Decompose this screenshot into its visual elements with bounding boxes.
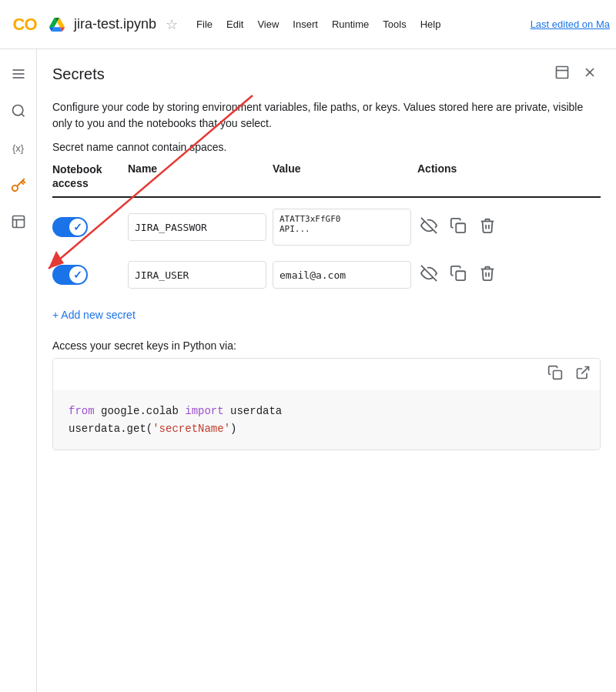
- actions-row1: [417, 214, 601, 241]
- add-secret-label: + Add new secret: [52, 309, 136, 321]
- sidebar-icon-variables[interactable]: {x}: [6, 135, 31, 160]
- svg-rect-17: [456, 223, 465, 232]
- table-row: ✓ ATATT3xFfGF0 API...: [52, 201, 601, 253]
- sidebar-icon-secrets[interactable]: [6, 172, 31, 197]
- toggle-row1[interactable]: ✓: [52, 217, 122, 237]
- open-colab-icon[interactable]: [572, 362, 594, 387]
- col-notebook-access: Notebookaccess: [52, 162, 122, 190]
- secrets-table: Notebookaccess Name Value Actions ✓ ATAT…: [37, 162, 616, 296]
- menu-bar: File Edit View Insert Runtime Tools Help: [190, 15, 447, 33]
- code-line2: userdata.get('secretName'): [69, 420, 584, 437]
- file-title: jira-test.ipynb: [74, 16, 156, 32]
- sidebar-icon-menu[interactable]: [6, 62, 31, 86]
- svg-line-4: [21, 114, 24, 117]
- table-header: Notebookaccess Name Value Actions: [52, 162, 601, 198]
- svg-line-21: [581, 367, 588, 374]
- panel-title: Secrets: [52, 65, 105, 83]
- menu-tools[interactable]: Tools: [377, 15, 412, 33]
- add-secret-button[interactable]: + Add new secret: [37, 303, 616, 327]
- code-get-call: userdata.get(: [69, 423, 152, 435]
- python-access-title: Access your secret keys in Python via:: [37, 327, 616, 358]
- copy-secret-icon-row1[interactable]: [447, 214, 470, 241]
- code-block-header: [53, 359, 600, 390]
- copy-secret-icon-row2[interactable]: [447, 262, 470, 289]
- actions-row2: [417, 262, 601, 289]
- code-close-paren: ): [230, 423, 236, 435]
- value-input-row1[interactable]: ATATT3xFfGF0 API...: [273, 209, 411, 246]
- code-block-container: from google.colab import userdata userda…: [52, 358, 601, 450]
- main-layout: {x} Secrets: [0, 49, 616, 692]
- delete-secret-icon-row2[interactable]: [476, 262, 499, 289]
- secrets-panel: Secrets Configure your code by storing: [37, 49, 616, 692]
- svg-line-8: [21, 182, 23, 184]
- last-edited-link[interactable]: Last edited on Ma: [531, 18, 610, 30]
- value-input-row2[interactable]: [273, 261, 411, 289]
- name-input-row2[interactable]: [128, 261, 266, 289]
- sidebar-icons: {x}: [0, 49, 37, 692]
- svg-rect-19: [456, 271, 465, 280]
- drive-icon: [49, 17, 65, 32]
- hide-secret-icon-row1[interactable]: [417, 214, 440, 241]
- code-secret-name: 'secretName': [152, 423, 230, 435]
- copy-code-icon[interactable]: [544, 362, 566, 387]
- svg-point-3: [12, 105, 22, 115]
- menu-view[interactable]: View: [251, 15, 285, 33]
- panel-header: Secrets: [37, 49, 616, 93]
- toggle-row2[interactable]: ✓: [52, 265, 122, 285]
- sidebar-icon-files[interactable]: [6, 209, 31, 234]
- code-module: google.colab: [101, 405, 185, 417]
- svg-rect-9: [12, 216, 24, 228]
- menu-insert[interactable]: Insert: [286, 15, 324, 33]
- col-value: Value: [273, 162, 411, 190]
- colab-logo-text: CO: [13, 15, 37, 35]
- sidebar-icon-search[interactable]: [6, 99, 31, 123]
- delete-secret-icon-row1[interactable]: [476, 214, 499, 241]
- menu-runtime[interactable]: Runtime: [326, 15, 375, 33]
- code-line1: from google.colab import userdata: [69, 403, 584, 420]
- menu-help[interactable]: Help: [414, 15, 447, 33]
- code-block: from google.colab import userdata userda…: [53, 390, 600, 450]
- table-row: ✓: [52, 253, 601, 296]
- menu-file[interactable]: File: [190, 15, 219, 33]
- col-name: Name: [128, 162, 266, 190]
- menu-edit[interactable]: Edit: [220, 15, 249, 33]
- close-panel-icon[interactable]: [579, 62, 601, 87]
- topbar: CO jira-test.ipynb ☆ File Edit View Inse…: [0, 0, 616, 49]
- name-input-row1[interactable]: [128, 213, 266, 241]
- svg-rect-20: [554, 371, 562, 379]
- code-userdata: userdata: [230, 405, 282, 417]
- expand-panel-icon[interactable]: [551, 62, 573, 87]
- colab-logo: CO: [6, 6, 43, 43]
- keyword-import: import: [185, 405, 223, 417]
- panel-header-icons: [551, 62, 601, 87]
- keyword-from: from: [69, 405, 95, 417]
- col-actions: Actions: [417, 162, 601, 190]
- panel-description: Configure your code by storing environme…: [37, 93, 616, 138]
- hide-secret-icon-row2[interactable]: [417, 262, 440, 289]
- svg-line-7: [22, 181, 25, 183]
- svg-rect-12: [557, 67, 568, 79]
- warning-text: Secret name cannot contain spaces.: [37, 138, 616, 162]
- star-icon[interactable]: ☆: [166, 16, 178, 33]
